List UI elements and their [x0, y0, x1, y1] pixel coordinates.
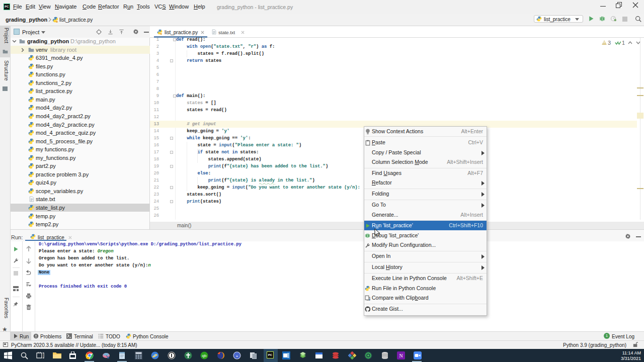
svg-text:A: A: [603, 41, 606, 44]
svg-text:qb: qb: [202, 353, 207, 358]
svg-text:N: N: [399, 353, 403, 358]
